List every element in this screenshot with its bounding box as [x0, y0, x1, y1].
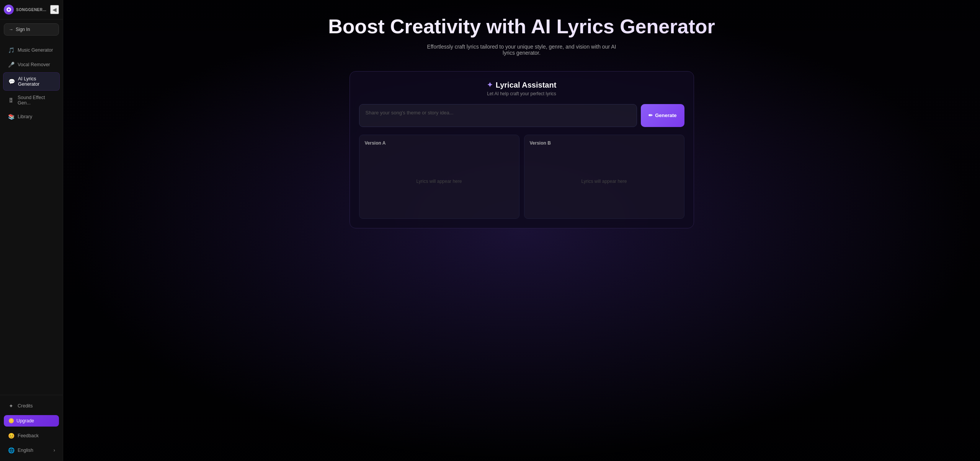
input-row: ✏ Generate	[359, 104, 684, 127]
sign-in-button[interactable]: → Sign In	[4, 23, 59, 36]
sidebar: SONGGENER... ◀ → Sign In 🎵 Music Generat…	[0, 0, 63, 461]
upgrade-button[interactable]: 🪙 Upgrade	[4, 415, 59, 427]
app-logo-icon	[4, 5, 14, 15]
version-a-content: Lyrics will appear here	[365, 150, 514, 213]
sparkle-icon: ✦	[487, 81, 493, 89]
card-subtitle: Let AI help craft your perfect lyrics	[359, 91, 684, 96]
version-b-label: Version B	[530, 140, 679, 146]
card-title-text: Lyrical Assistant	[496, 81, 557, 90]
sidebar-item-music-generator-label: Music Generator	[18, 47, 53, 53]
card-header: ✦ Lyrical Assistant Let AI help craft yo…	[359, 81, 684, 96]
version-a-placeholder: Lyrics will appear here	[416, 179, 462, 184]
sound-effect-icon: 🎛	[8, 97, 15, 104]
credits-item[interactable]: ✦ Credits	[3, 399, 60, 413]
credits-icon: ✦	[8, 402, 15, 409]
main-content: Boost Creativity with AI Lyrics Generato…	[63, 0, 980, 461]
language-icon: 🌐	[8, 447, 15, 454]
upgrade-label: Upgrade	[16, 418, 34, 424]
sidebar-item-ai-lyrics-label: AI Lyrics Generator	[18, 76, 55, 87]
vocal-remover-icon: 🎤	[8, 61, 15, 68]
sidebar-nav: 🎵 Music Generator 🎤 Vocal Remover 💬 AI L…	[0, 39, 63, 395]
sidebar-collapse-button[interactable]: ◀	[50, 5, 59, 14]
sign-in-label: Sign In	[16, 27, 30, 32]
sidebar-item-library-label: Library	[18, 114, 32, 119]
lyrical-assistant-card: ✦ Lyrical Assistant Let AI help craft yo…	[350, 71, 694, 228]
credits-label: Credits	[18, 403, 33, 409]
language-label: English	[18, 448, 33, 453]
sidebar-item-sound-effect-gen[interactable]: 🎛 Sound Effect Gen...	[3, 91, 60, 109]
background-overlay	[63, 0, 980, 461]
app-logo-text: SONGGENER...	[16, 8, 46, 12]
sidebar-item-vocal-remover[interactable]: 🎤 Vocal Remover	[3, 58, 60, 72]
hero-title: Boost Creativity with AI Lyrics Generato…	[71, 15, 972, 38]
version-b-content: Lyrics will appear here	[530, 150, 679, 213]
sidebar-bottom: ✦ Credits 🪙 Upgrade 😊 Feedback 🌐 English…	[0, 395, 63, 461]
sidebar-item-ai-lyrics-generator[interactable]: 💬 AI Lyrics Generator	[3, 72, 60, 91]
language-item[interactable]: 🌐 English ›	[3, 443, 60, 457]
sign-in-icon: →	[9, 27, 13, 32]
upgrade-icon: 🪙	[8, 418, 14, 424]
sidebar-header: SONGGENER... ◀	[0, 0, 63, 20]
generate-label: Generate	[655, 112, 676, 118]
hero-subtitle: Effortlessly craft lyrics tailored to yo…	[426, 44, 617, 56]
music-generator-icon: 🎵	[8, 47, 15, 54]
sidebar-item-music-generator[interactable]: 🎵 Music Generator	[3, 43, 60, 57]
feedback-icon: 😊	[8, 432, 15, 439]
sidebar-item-sound-effect-label: Sound Effect Gen...	[18, 95, 55, 106]
sidebar-item-vocal-remover-label: Vocal Remover	[18, 62, 50, 67]
logo-area: SONGGENER...	[4, 5, 46, 15]
feedback-item[interactable]: 😊 Feedback	[3, 429, 60, 443]
version-a-label: Version A	[365, 140, 514, 146]
theme-input[interactable]	[359, 104, 637, 127]
version-a-panel: Version A Lyrics will appear here	[359, 135, 519, 219]
pencil-icon: ✏	[648, 112, 653, 118]
versions-grid: Version A Lyrics will appear here Versio…	[359, 135, 684, 219]
card-title: ✦ Lyrical Assistant	[359, 81, 684, 90]
sidebar-item-library[interactable]: 📚 Library	[3, 110, 60, 124]
hero-section: Boost Creativity with AI Lyrics Generato…	[63, 0, 980, 64]
generate-button[interactable]: ✏ Generate	[641, 104, 684, 127]
chevron-right-icon: ›	[54, 448, 55, 453]
library-icon: 📚	[8, 113, 15, 120]
language-left: 🌐 English	[8, 447, 33, 454]
ai-lyrics-icon: 💬	[8, 78, 15, 85]
version-b-panel: Version B Lyrics will appear here	[524, 135, 684, 219]
feedback-label: Feedback	[18, 433, 39, 438]
version-b-placeholder: Lyrics will appear here	[581, 179, 627, 184]
